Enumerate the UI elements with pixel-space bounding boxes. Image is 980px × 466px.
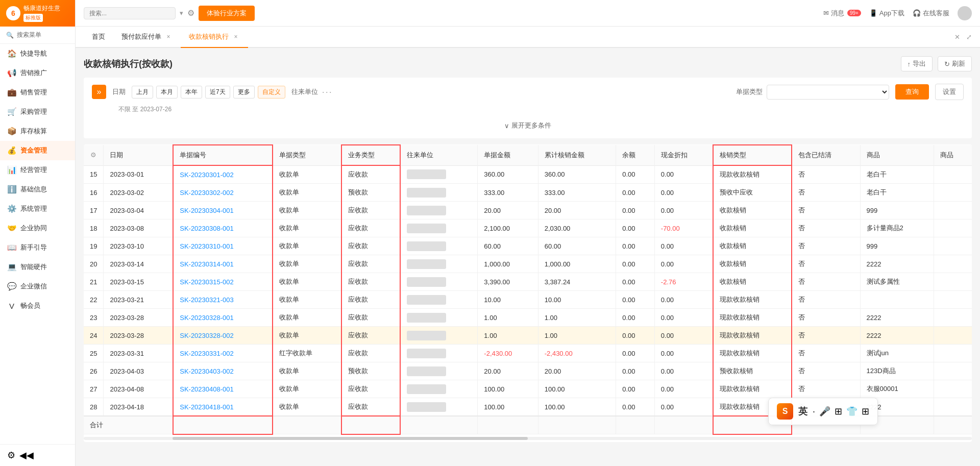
query-btn[interactable]: 查询 — [895, 84, 929, 100]
industry-btn[interactable]: 体验行业方案 — [199, 6, 255, 21]
doc-no-link[interactable]: SK-20230308-001 — [180, 225, 234, 232]
cell-written-off: 2,030.00 — [538, 219, 616, 237]
refresh-btn[interactable]: ↻ 刷新 — [938, 56, 972, 71]
finance-icon: 💰 — [7, 146, 16, 155]
last-month-btn[interactable]: 上月 — [132, 86, 153, 99]
doc-no-link[interactable]: SK-20230328-001 — [180, 314, 234, 322]
this-month-btn[interactable]: 本月 — [156, 86, 178, 99]
sidebar-item-marketing[interactable]: 📢 营销推广 — [0, 63, 75, 83]
search-input[interactable] — [84, 7, 176, 19]
more-btn[interactable]: 更多 — [233, 86, 255, 99]
sidebar-item-finance[interactable]: 💰 资金管理 — [0, 141, 75, 160]
sidebar-item-operations[interactable]: 📊 经营管理 — [0, 160, 75, 180]
doc-no-link[interactable]: SK-20230321-003 — [180, 296, 234, 304]
sidebar-item-sales[interactable]: 💼 销售管理 — [0, 83, 75, 102]
export-btn[interactable]: ↑ 导出 — [901, 56, 933, 71]
cell-written-off: 1.00 — [538, 309, 616, 327]
custom-btn[interactable]: 自定义 — [258, 86, 285, 99]
cell-cash-discount: 0.00 — [654, 184, 713, 202]
doctype-select[interactable] — [767, 85, 889, 100]
watermark-apps-icon[interactable]: ⊞ — [862, 406, 869, 417]
table-row: 23 2023-03-28 SK-20230328-001 收款单 应收款 ██… — [84, 309, 972, 327]
doc-no-link[interactable]: SK-20230403-002 — [180, 367, 234, 375]
watermark-text: 英 — [798, 405, 807, 418]
cell-written-off: 1.00 — [538, 327, 616, 345]
cell-write-off-type: 收款核销 — [713, 237, 792, 255]
sidebar-item-hardware[interactable]: 💻 智能硬件 — [0, 257, 75, 277]
tab-expand-icon[interactable]: ⤢ — [966, 33, 972, 41]
dropdown-icon: ▾ — [180, 9, 183, 17]
sidebar-item-inventory[interactable]: 📦 库存核算 — [0, 121, 75, 141]
watermark-shirt-icon[interactable]: 👕 — [846, 406, 857, 417]
tab-home[interactable]: 首页 — [84, 27, 113, 48]
sidebar-item-guide[interactable]: 📖 新手引导 — [0, 238, 75, 257]
sidebar-item-weixin[interactable]: 💬 企业微信 — [0, 277, 75, 296]
sidebar-item-label: 营销推广 — [20, 68, 47, 78]
online-service-action[interactable]: 🎧 在线客服 — [913, 9, 949, 18]
doc-no-link[interactable]: SK-20230304-001 — [180, 207, 234, 214]
tab-prepayment-close[interactable]: × — [164, 33, 173, 41]
doc-no-link[interactable]: SK-20230310-001 — [180, 242, 234, 250]
cell-doc-no: SK-20230403-002 — [173, 362, 273, 380]
doc-no-link[interactable]: SK-20230301-002 — [180, 171, 234, 179]
doc-no-link[interactable]: SK-20230314-001 — [180, 260, 234, 268]
sidebar-collapse-icon[interactable]: ◀◀ — [19, 450, 34, 461]
doc-no-link[interactable]: SK-20230302-002 — [180, 189, 234, 197]
expand-more-btn[interactable]: ∨ 展开更多条件 — [498, 119, 557, 132]
topbar-gear-icon[interactable]: ⚙ — [187, 8, 194, 18]
cell-cash-discount: -2.76 — [654, 273, 713, 291]
date-range-display: 不限 至 2023-07-26 — [118, 105, 172, 114]
expand-row: ∨ 展开更多条件 — [92, 119, 964, 132]
doc-no-link[interactable]: SK-20230328-002 — [180, 332, 234, 339]
sidebar-item-basics[interactable]: ℹ️ 基础信息 — [0, 180, 75, 199]
sidebar-item-member[interactable]: V 畅会员 — [0, 296, 75, 315]
marketing-icon: 📢 — [7, 68, 16, 78]
messages-action[interactable]: ✉ 消息 99+ — [823, 9, 861, 18]
sidebar-item-quicknav[interactable]: 🏠 快捷导航 — [0, 44, 75, 63]
doc-no-link[interactable]: SK-20230315-002 — [180, 278, 234, 286]
user-avatar[interactable] — [958, 6, 972, 20]
tab-prepayment[interactable]: 预付款应付单 × — [113, 27, 181, 48]
cell-doc-type: 收款单 — [273, 327, 341, 345]
doc-no-link[interactable]: SK-20230408-001 — [180, 385, 234, 393]
cell-no: 19 — [84, 237, 104, 255]
watermark-grid-icon[interactable]: ⊞ — [835, 406, 842, 417]
app-download-action[interactable]: 📱 App下载 — [869, 9, 904, 18]
watermark-mic-icon[interactable]: 🎤 — [819, 406, 830, 417]
horizontal-scrollbar[interactable] — [84, 437, 972, 440]
cell-amount: 60.00 — [478, 237, 538, 255]
cell-date: 2023-03-28 — [104, 309, 173, 327]
sidebar-item-system[interactable]: ⚙️ 系统管理 — [0, 199, 75, 218]
cell-goods: 测试jun — [860, 345, 934, 362]
cell-amount: 1,000.00 — [478, 255, 538, 273]
tab-close-all-icon[interactable]: ✕ — [954, 33, 960, 41]
cell-doc-type: 收款单 — [273, 255, 341, 273]
watermark-overlay: S 英 · 🎤 ⊞ 👕 ⊞ — [768, 398, 878, 425]
col-balance: 余额 — [616, 145, 655, 165]
footer-amount — [478, 416, 538, 434]
chevron-down-icon: ∨ — [504, 122, 509, 130]
gear-icon[interactable]: ⚙ — [90, 151, 96, 159]
tab-writeoff-close[interactable]: × — [232, 33, 240, 41]
cell-balance: 0.00 — [616, 202, 655, 219]
scroll-thumb[interactable] — [173, 437, 528, 440]
sidebar-settings-icon[interactable]: ⚙ — [7, 450, 15, 461]
sidebar-item-collab[interactable]: 🤝 企业协同 — [0, 218, 75, 238]
expand-more-label: 展开更多条件 — [511, 121, 551, 130]
cell-doc-type: 收款单 — [273, 219, 341, 237]
col-settings[interactable]: ⚙ — [84, 145, 104, 165]
last7-btn[interactable]: 近7天 — [205, 86, 230, 99]
this-year-btn[interactable]: 本年 — [181, 86, 202, 99]
cell-goods2 — [934, 165, 972, 184]
doc-no-link[interactable]: SK-20230331-002 — [180, 350, 234, 357]
sidebar-item-purchase[interactable]: 🛒 采购管理 — [0, 102, 75, 121]
doc-no-link[interactable]: SK-20230418-001 — [180, 403, 234, 411]
setting-btn[interactable]: 设置 — [935, 84, 964, 100]
sidebar-search[interactable]: 🔍 搜索菜单 — [0, 27, 75, 44]
cell-partner: ████ — [400, 165, 478, 184]
tab-writeoff[interactable]: 收款核销执行 × — [181, 27, 248, 48]
watermark-dot-icon[interactable]: · — [813, 406, 815, 417]
cell-date: 2023-04-18 — [104, 398, 173, 416]
filter-toggle-btn[interactable]: » — [92, 85, 106, 99]
cell-balance: 0.00 — [616, 398, 655, 416]
